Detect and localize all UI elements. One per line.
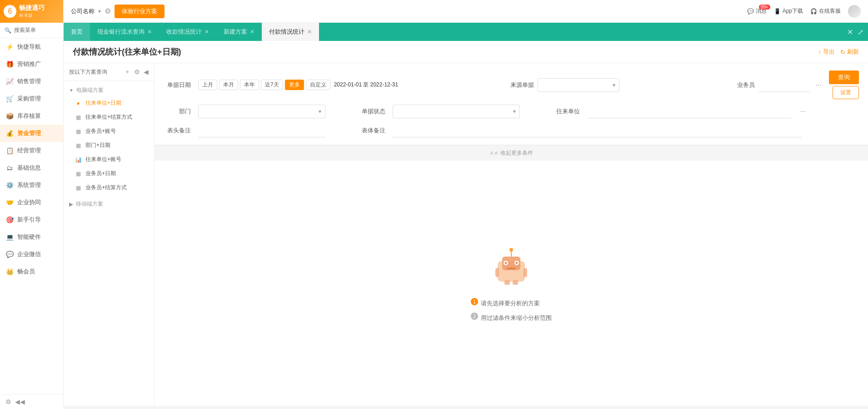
tab-bank[interactable]: 现金银行流水查询 ✕ [90,23,159,41]
user-avatar[interactable] [848,5,861,18]
add-scheme-icon[interactable]: ＋ [124,68,130,76]
topbar-left: 公司名称 ▾ ⚙ 体验行业方案 [71,5,743,18]
staff-label: 业务员 [728,81,755,89]
collapse-sidebar-icon[interactable]: ◀◀ [15,398,25,405]
dept-select[interactable]: ▾ [198,105,325,118]
collapse-panel-icon[interactable]: ◀ [144,68,149,76]
scheme-item-2[interactable]: ▦ 往来单位+结算方式 [64,110,154,124]
tab-new-scheme-label: 新建方案 [224,28,247,36]
export-button[interactable]: ↑ 导出 [818,48,835,56]
tabbar-expand-icon[interactable]: ⤢ [858,28,863,36]
tab-payment-close[interactable]: ✕ [307,29,312,35]
sidebar-item-basic[interactable]: 🗂 基础信息 [0,159,63,177]
sidebar-header: 6 畅捷通巧 标准版 [0,0,63,23]
sidebar-item-marketing[interactable]: 🎁 营销推广 [0,56,63,73]
content-area: 按以下方案查询 ＋ ⚙ ◀ ▼ 电脑端方案 ● 往来单位+日期 [64,63,868,406]
scheme-item-label: 业务员+账号 [85,127,116,135]
setting-button[interactable]: 设置 [833,86,859,99]
desktop-scheme-group: ▼ 电脑端方案 ● 往来单位+日期 ▦ 往来单位+结算方式 ▦ 业务员+账号 [64,81,154,198]
collapse-bar[interactable]: ∧∧ 收起更多条件 [155,145,868,161]
sidebar-item-member[interactable]: 👑 畅会员 [0,263,63,280]
tab-new-scheme[interactable]: 新建方案 ✕ [216,23,262,41]
doc-status-select[interactable]: ▾ [393,105,520,118]
source-select[interactable]: ▾ [538,78,619,92]
desktop-group-title[interactable]: ▼ 电脑端方案 [64,85,154,96]
sidebar-item-guide[interactable]: 🎯 新手引导 [0,211,63,228]
enterprise-icon: 🤝 [5,199,14,206]
scheme-active-icon: ● [75,100,82,106]
sidebar-item-wechat[interactable]: 💬 企业微信 [0,246,63,263]
basic-icon: 🗂 [5,164,14,172]
filter-row-2: 部门 ▾ 单据状态 ▾ 往来单位 [164,105,859,118]
page-title: 付款情况统计(往来单位+日期) [73,46,181,57]
settings-footer-icon[interactable]: ⚙ [5,398,11,405]
sidebar-item-enterprise[interactable]: 🤝 企业协同 [0,194,63,211]
scheme-item-4[interactable]: ▦ 部门+日期 [64,138,154,152]
svg-rect-9 [504,280,510,285]
svg-rect-10 [513,280,518,285]
scheme-item-label: 业务员+日期 [85,170,116,177]
this-month-btn[interactable]: 本月 [219,80,238,90]
scheme-item-3[interactable]: ▦ 业务员+账号 [64,124,154,138]
last-7days-btn[interactable]: 近7天 [261,80,283,90]
app-download-button[interactable]: 📱 App下载 [774,7,803,15]
scheme-item-1[interactable]: ● 往来单位+日期 [64,96,154,110]
sidebar-item-purchase[interactable]: 🛒 采购管理 [0,90,63,107]
nav-label: 经营管理 [17,146,41,155]
scheme-item-label: 业务员+结算方式 [85,184,127,192]
query-button[interactable]: 查询 [829,71,859,84]
company-dropdown-icon[interactable]: ▾ [98,8,101,15]
nav-label: 销售管理 [17,77,41,86]
tab-payment[interactable]: 付款情况统计 ✕ [262,23,319,41]
company-name: 公司名称 [71,7,95,15]
sidebar-item-inventory[interactable]: 📦 库存核算 [0,107,63,125]
more-dates-btn[interactable]: 更多 [285,80,304,90]
svg-rect-6 [507,268,516,269]
main-area: 公司名称 ▾ ⚙ 体验行业方案 💬 消息 99+ 📱 App下载 🎧 在线客服 [64,0,868,409]
topbar-gear-icon[interactable]: ⚙ [105,7,111,15]
tab-home[interactable]: 首页 [64,23,90,41]
scheme-item-6[interactable]: ▦ 业务员+日期 [64,167,154,181]
left-panel: 按以下方案查询 ＋ ⚙ ◀ ▼ 电脑端方案 ● 往来单位+日期 [64,63,155,406]
nav-label: 基础信息 [17,164,41,172]
scheme-item-7[interactable]: ▦ 业务员+结算方式 [64,181,154,195]
sidebar-item-system[interactable]: ⚙️ 系统管理 [0,177,63,194]
partner-label: 往来单位 [553,107,580,116]
tab-receivable-close[interactable]: ✕ [205,29,209,35]
message-badge: 99+ [759,5,770,10]
search-icon: 🔍 [5,27,11,34]
source-dropdown-icon: ▾ [613,82,615,88]
tab-receivable[interactable]: 收款情况统计 ✕ [159,23,216,41]
collapse-label: 收起更多条件 [500,150,533,156]
refresh-button[interactable]: ↻ 刷新 [840,48,859,56]
tab-bank-close[interactable]: ✕ [147,29,152,35]
staff-dots-btn[interactable]: ··· [816,81,822,89]
partner-dots-btn[interactable]: ··· [800,107,806,116]
source-col: 来源单据 ▾ [507,78,619,92]
sidebar-item-operation[interactable]: 📋 经营管理 [0,142,63,159]
tip1-num: 1 [471,298,478,305]
trial-button[interactable]: 体验行业方案 [115,5,165,18]
staff-col: 业务员 ··· [728,78,822,92]
manage-scheme-icon[interactable]: ⚙ [134,68,140,76]
sidebar-item-shortcut[interactable]: ⚡ 快捷导航 [0,38,63,56]
sidebar-nav: ⚡ 快捷导航 🎁 营销推广 📈 销售管理 🛒 采购管理 📦 库存核算 💰 资金管… [0,38,63,394]
custom-date-btn[interactable]: 自定义 [306,80,330,90]
message-button[interactable]: 💬 消息 99+ [747,7,767,15]
sidebar-search[interactable]: 🔍 搜索菜单 [0,23,63,38]
scheme-item-label: 往来单位+日期 [85,99,121,107]
sidebar-item-hardware[interactable]: 💻 智能硬件 [0,228,63,246]
this-year-btn[interactable]: 本年 [240,80,259,90]
online-service-button[interactable]: 🎧 在线客服 [810,7,841,15]
scheme-item-5[interactable]: 📊 往来单位+账号 [64,152,154,167]
tabbar-close-all-icon[interactable]: ✕ [847,28,853,36]
sidebar-item-finance[interactable]: 💰 资金管理 [0,125,63,142]
sidebar-item-sales[interactable]: 📈 销售管理 [0,73,63,90]
mobile-group-title[interactable]: ▶ 移动端方案 [64,198,154,210]
tab-new-scheme-close[interactable]: ✕ [250,29,254,35]
wechat-icon: 💬 [5,251,14,258]
sales-icon: 📈 [5,78,14,85]
filter-area: 单据日期 上月 本月 本年 近7天 更多 自定义 2022-01-01 至 20… [155,63,868,145]
topbar-right: 💬 消息 99+ 📱 App下载 🎧 在线客服 [747,5,861,18]
last-month-btn[interactable]: 上月 [198,80,217,90]
